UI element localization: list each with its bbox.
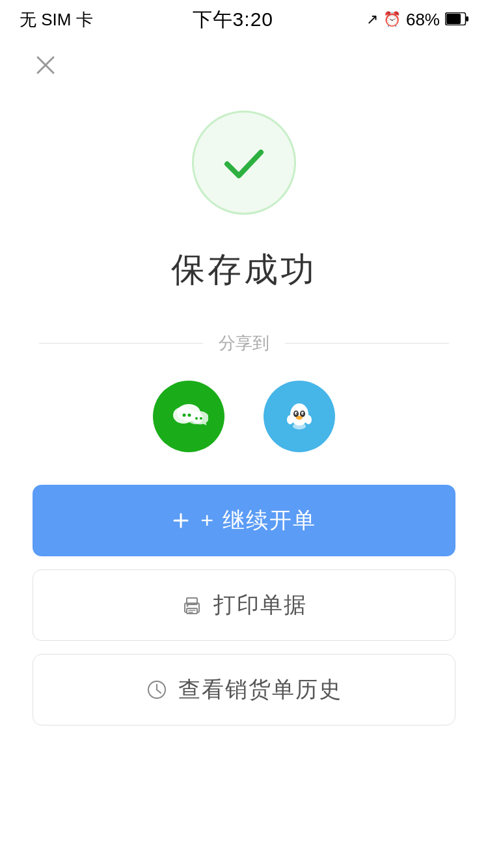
qq-icon bbox=[279, 396, 319, 437]
wechat-share-button[interactable] bbox=[153, 381, 224, 452]
svg-point-12 bbox=[195, 417, 198, 420]
svg-point-16 bbox=[305, 415, 312, 424]
svg-line-35 bbox=[157, 690, 161, 693]
status-time: 下午3:20 bbox=[193, 7, 273, 33]
action-buttons: + 继续开单 打印单据 bbox=[0, 485, 488, 726]
close-button[interactable] bbox=[26, 46, 65, 85]
battery-icon bbox=[445, 10, 468, 30]
history-label: 查看销货单历史 bbox=[178, 675, 342, 705]
wechat-icon bbox=[169, 397, 208, 436]
svg-point-14 bbox=[290, 403, 308, 426]
svg-point-24 bbox=[293, 423, 306, 429]
share-label: 分享到 bbox=[203, 332, 285, 355]
continue-label: + 继续开单 bbox=[200, 506, 316, 536]
continue-button[interactable]: + 继续开单 bbox=[33, 485, 455, 556]
battery-text: 68% bbox=[406, 10, 440, 30]
share-icons-row bbox=[153, 381, 335, 452]
plus-icon bbox=[172, 511, 190, 530]
divider-left bbox=[39, 343, 203, 344]
svg-point-32 bbox=[187, 605, 189, 607]
qq-share-button[interactable] bbox=[264, 381, 335, 452]
svg-point-15 bbox=[287, 415, 293, 424]
svg-rect-29 bbox=[187, 608, 197, 614]
status-bar: 无 SIM 卡 下午3:20 ↗ ⏰ 68% bbox=[0, 0, 488, 39]
print-icon bbox=[181, 594, 203, 616]
location-icon: ↗ bbox=[366, 11, 378, 28]
main-content: 保存成功 分享到 bbox=[0, 39, 488, 726]
status-right: ↗ ⏰ 68% bbox=[366, 10, 468, 30]
print-label: 打印单据 bbox=[213, 590, 307, 620]
svg-point-10 bbox=[183, 414, 186, 417]
checkmark-icon bbox=[218, 137, 270, 189]
print-button[interactable]: 打印单据 bbox=[33, 569, 455, 641]
divider-right bbox=[285, 343, 449, 344]
history-button[interactable]: 查看销货单历史 bbox=[33, 654, 455, 726]
carrier-text: 无 SIM 卡 bbox=[20, 8, 93, 31]
clock-icon bbox=[146, 679, 168, 701]
share-divider-row: 分享到 bbox=[0, 332, 488, 355]
svg-rect-1 bbox=[466, 16, 468, 21]
svg-point-21 bbox=[296, 413, 297, 414]
svg-rect-2 bbox=[446, 14, 461, 24]
svg-point-13 bbox=[200, 417, 202, 420]
success-icon-circle bbox=[192, 111, 296, 215]
alarm-icon: ⏰ bbox=[383, 11, 401, 28]
success-title: 保存成功 bbox=[171, 247, 317, 293]
svg-point-11 bbox=[188, 414, 191, 417]
share-section: 分享到 bbox=[0, 332, 488, 452]
svg-point-22 bbox=[303, 413, 304, 414]
status-left: 无 SIM 卡 bbox=[20, 8, 100, 31]
svg-point-23 bbox=[296, 416, 303, 420]
